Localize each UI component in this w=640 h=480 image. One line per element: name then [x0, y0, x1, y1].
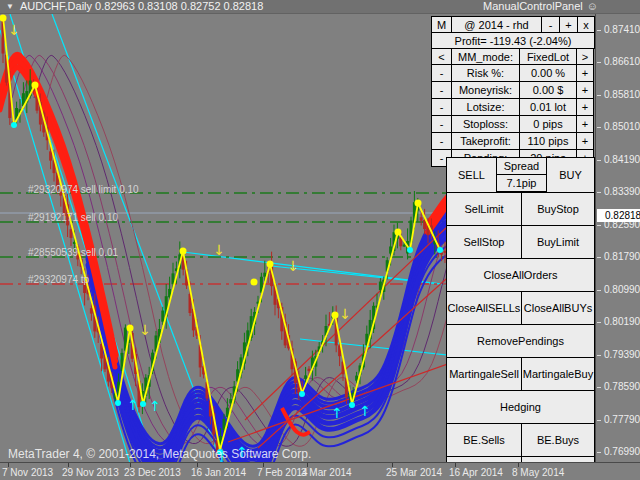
moneyrisk-label: Moneyrisk:: [451, 81, 520, 99]
mm-mode-prev-button[interactable]: <: [431, 48, 452, 65]
price-tick-label: 0.76990: [596, 446, 640, 458]
panel-maximize-button[interactable]: +: [559, 16, 578, 33]
price-tick-label: 0.84190: [596, 154, 640, 166]
date-tick-label: 8 May 2014: [512, 467, 564, 478]
price-tick-label: 0.85810: [596, 89, 640, 101]
price-tick-label: 0.78590: [596, 381, 640, 393]
close-all-buys-button[interactable]: CloseAllBUYs: [521, 291, 595, 325]
date-tick-label: 29 Nov 2013: [62, 467, 119, 478]
takeprofit-increase-button[interactable]: +: [576, 132, 594, 150]
stoploss-value: 0 pips: [519, 115, 577, 133]
stoploss-increase-button[interactable]: +: [576, 115, 594, 133]
svg-text:↓: ↓: [139, 322, 151, 338]
mm-mode-next-button[interactable]: >: [576, 48, 594, 65]
close-all-orders-button[interactable]: CloseAllOrders: [446, 258, 595, 292]
svg-text:↑: ↑: [331, 405, 343, 421]
stoploss-decrease-button[interactable]: -: [431, 115, 452, 133]
sell-stop-button[interactable]: SellStop: [446, 225, 522, 259]
lotsize-decrease-button[interactable]: -: [431, 98, 452, 116]
takeprofit-value: 110 pips: [519, 132, 577, 150]
svg-text:↑: ↑: [359, 403, 371, 419]
moneyrisk-decrease-button[interactable]: -: [431, 81, 452, 99]
moneyrisk-value: 0.00 $: [519, 81, 577, 99]
spread-label: Spread: [496, 157, 547, 175]
sell-limit-button[interactable]: SelLimit: [446, 192, 522, 226]
stoploss-label: Stoploss:: [451, 115, 520, 133]
be-sells-button[interactable]: BE.Sells: [446, 423, 522, 457]
price-tick-label: 0.79390: [596, 349, 640, 361]
remove-pendings-button[interactable]: RemovePendings: [446, 324, 595, 358]
martingale-buy-button[interactable]: MartingaleBuy: [521, 357, 595, 391]
mm-mode-label: MM_mode:: [451, 48, 520, 65]
svg-text:↑: ↑: [149, 398, 161, 414]
panel-settings-section: M @ 2014 - rhd - + x Profit= -119.43 (-2…: [431, 17, 595, 167]
panel-title-bar[interactable]: @ 2014 - rhd: [451, 16, 542, 33]
mm-mode-value: FixedLot: [519, 48, 577, 65]
be-buys-button[interactable]: BE.Buys: [521, 423, 595, 457]
takeprofit-decrease-button[interactable]: -: [431, 132, 452, 150]
buy-stop-button[interactable]: BuyStop: [521, 192, 595, 226]
metatrader-watermark: MetaTrader 4, © 2001-2014, MetaQuotes So…: [8, 447, 311, 461]
time-axis[interactable]: 7 Nov 201329 Nov 201323 Dec 201316 Jan 2…: [0, 462, 640, 480]
svg-text:↓: ↓: [287, 258, 299, 274]
martingale-sell-button[interactable]: MartingaleSell: [446, 357, 522, 391]
panel-close-button[interactable]: x: [577, 16, 595, 33]
risk-increase-button[interactable]: +: [576, 64, 594, 82]
close-all-sells-button[interactable]: CloseAllSELLs: [446, 291, 522, 325]
svg-text:↓: ↓: [339, 306, 351, 322]
svg-text:↑: ↑: [127, 397, 139, 413]
lotsize-value: 0.01 lot: [519, 98, 577, 116]
price-tick-label: 0.80990: [596, 284, 640, 296]
date-tick-label: 7 Nov 2013: [2, 467, 53, 478]
risk-label: Risk %:: [451, 64, 520, 82]
order-label-tp: #29320974 tp: [28, 274, 89, 285]
risk-decrease-button[interactable]: -: [431, 64, 452, 82]
price-tick-label: 0.87410: [596, 24, 640, 36]
panel-buttons-section: SELL Spread 7.1pip BUY SelLimit BuyStop …: [446, 158, 595, 480]
panel-minimize-button[interactable]: -: [541, 16, 560, 33]
current-price-badge: 0.82818: [597, 209, 640, 222]
buy-limit-button[interactable]: BuyLimit: [521, 225, 595, 259]
price-tick-label: 0.81790: [596, 251, 640, 263]
risk-value: 0.00 %: [519, 64, 577, 82]
price-tick-label: 0.83390: [596, 186, 640, 198]
profit-display: Profit= -119.43 (-2.04%): [431, 32, 595, 49]
date-tick-label: 16 Jan 2014: [191, 467, 246, 478]
order-label-sell-1: #29192171 sell 0.10: [28, 212, 118, 223]
svg-text:↓: ↓: [213, 242, 225, 258]
price-tick-label: 0.80190: [596, 316, 640, 328]
hedging-button[interactable]: Hedging: [446, 390, 595, 424]
price-tick-label: 0.77790: [596, 414, 640, 426]
buy-button[interactable]: BUY: [546, 157, 595, 193]
date-tick-label: 3 Mar 2014: [301, 467, 352, 478]
moneyrisk-increase-button[interactable]: +: [576, 81, 594, 99]
lotsize-increase-button[interactable]: +: [576, 98, 594, 116]
date-tick-label: 16 Apr 2014: [449, 467, 503, 478]
mt4-chart-window: ↓↓↓↓↓↑↑↑↑↑↑ #29320974 sell limit 0.10 #2…: [0, 0, 640, 480]
lotsize-label: Lotsize:: [451, 98, 520, 116]
order-label-sell-2: #28550539 sell 0.01: [28, 247, 118, 258]
svg-text:↓: ↓: [8, 22, 20, 38]
date-tick-label: 25 Mar 2014: [386, 467, 442, 478]
takeprofit-label: Takeprofit:: [451, 132, 520, 150]
price-tick-label: 0.85010: [596, 121, 640, 133]
date-tick-label: 23 Dec 2013: [124, 467, 181, 478]
sell-button[interactable]: SELL: [446, 157, 497, 193]
order-label-sell-limit: #29320974 sell limit 0.10: [28, 184, 139, 195]
panel-m-button[interactable]: M: [431, 16, 452, 33]
price-tick-label: 0.86610: [596, 56, 640, 68]
spread-value: 7.1pip: [496, 174, 547, 192]
price-axis[interactable]: 0.874100.866100.858100.850100.841900.833…: [595, 14, 640, 462]
